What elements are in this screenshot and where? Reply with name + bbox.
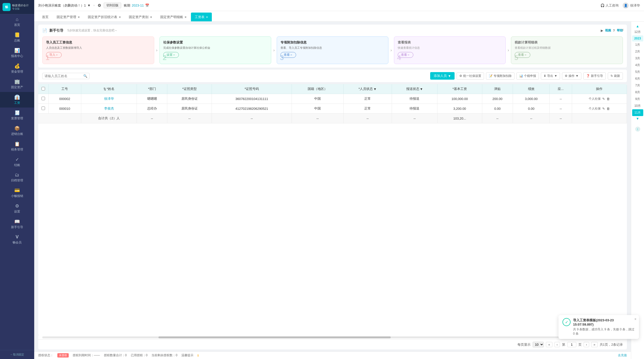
step-4-title: 查看报表: [398, 40, 502, 45]
row1-edit-icon[interactable]: ✎: [602, 97, 605, 101]
guide-header: 📄 新手引导 5步快速完成设置，快去完善信息吧～ ▶ 视频 ? 帮助: [42, 28, 623, 33]
sidebar-item-settings[interactable]: ⚙ 设置: [0, 201, 34, 216]
row1-checkbox[interactable]: [38, 94, 48, 104]
sidebar-item-expense[interactable]: 💳 小畅报销: [0, 185, 34, 201]
cal-nav-up-btn[interactable]: ▲: [635, 24, 640, 29]
sidebar-item-assets[interactable]: 🏢 固定资产: [0, 76, 34, 92]
inventory-icon: 📦: [14, 126, 20, 131]
sidebar-item-tax[interactable]: 📋 税务管理: [0, 139, 34, 154]
cal-month-aug[interactable]: 8月: [632, 89, 643, 96]
row2-name[interactable]: 李俊杰: [81, 104, 137, 114]
tab-home[interactable]: 首页: [38, 13, 52, 21]
th-status[interactable]: *人员状态 ▼: [343, 84, 392, 94]
prev-page-btn[interactable]: ‹: [554, 342, 560, 347]
search-input[interactable]: [45, 74, 82, 78]
search-icon[interactable]: 🔍: [83, 74, 87, 78]
operate-btn[interactable]: ⚙ 操作 ▼: [562, 72, 581, 80]
page-content: 📄 新手引导 5步快速完成设置，快去完善信息吧～ ▶ 视频 ? 帮助 × 导入员…: [34, 22, 631, 359]
cal-scroll-icon[interactable]: ↕: [635, 127, 640, 132]
export-btn[interactable]: ⬇ 导出 ▼: [541, 72, 560, 80]
cal-nav-down-btn[interactable]: ▼: [635, 116, 640, 121]
step-3-desc: 查看、导入员工专项附加扣除信息: [280, 46, 385, 50]
tab-payroll[interactable]: 工资表 ×: [191, 13, 212, 21]
guide-close-btn[interactable]: ×: [622, 28, 624, 32]
sidebar-item-inventory[interactable]: 📦 进销台账: [0, 123, 34, 139]
sidebar-item-funds[interactable]: 💰 资金管理: [0, 61, 34, 76]
cal-month-jun[interactable]: 6月: [632, 75, 643, 82]
sidebar-item-home[interactable]: ⌂ 首页: [0, 14, 34, 30]
th-name[interactable]: ⇅ *姓名: [81, 84, 137, 94]
tab-assets[interactable]: 固定资产管理 ×: [53, 13, 84, 21]
cal-month-jul[interactable]: 7月: [632, 82, 643, 89]
guide-icon2: 📄: [42, 28, 47, 33]
tab-depreciation[interactable]: 固定资产折旧统计表 ×: [84, 13, 125, 21]
charge-link[interactable]: 去充值: [618, 353, 627, 357]
row2-personal-insurance-link[interactable]: 个人社保: [589, 107, 601, 111]
first-page-btn[interactable]: «: [546, 342, 552, 347]
cal-month-jan[interactable]: 1月: [632, 41, 643, 48]
toast-close-btn[interactable]: ×: [634, 317, 636, 321]
guide-btn[interactable]: ❓ 新手引导: [583, 72, 606, 80]
sidebar-item-ledger[interactable]: 📒 总账: [0, 30, 34, 45]
row2-checkbox[interactable]: [38, 104, 48, 114]
tab-close-assets[interactable]: ×: [78, 15, 80, 19]
row1-delete-icon[interactable]: 🗑: [607, 97, 610, 101]
tab-close-payroll[interactable]: ×: [206, 15, 208, 19]
refresh-btn[interactable]: ↻ 刷新: [608, 72, 623, 80]
sidebar-item-invoices[interactable]: 🧾 发票管理: [0, 108, 34, 123]
social-insurance-btn[interactable]: ⚙ 统一社保设置: [457, 72, 484, 80]
th-report-status[interactable]: 报送状态 ▼: [392, 84, 437, 94]
step-arrow-2: ›: [271, 36, 276, 64]
tax-report-btn[interactable]: 📊 个税申报: [516, 72, 539, 80]
sidebar-item-payroll[interactable]: 👔 工资: [0, 92, 34, 108]
cal-month-feb[interactable]: 2月: [632, 48, 643, 55]
tab-detail[interactable]: 固定资产明细账 ×: [156, 13, 190, 21]
step-5-num: 5: [514, 54, 518, 62]
per-page-select[interactable]: 10 20 50: [533, 342, 544, 347]
cal-month-mar[interactable]: 3月: [632, 55, 643, 62]
service-btn[interactable]: 🎧 人工咨询: [600, 3, 619, 8]
guide-step-5: 税款计算明细表 查看税款计算过程及明细数据 查看＞ 5: [511, 36, 623, 64]
cal-month-sep[interactable]: 9月: [632, 96, 643, 102]
guide-icon: 📖: [14, 219, 20, 224]
th-nationality: 国籍（地区）: [292, 84, 343, 94]
calendar-icon[interactable]: 📅: [145, 4, 149, 7]
cal-month-oct[interactable]: 10月: [632, 102, 643, 109]
tabbar: 首页 固定资产管理 × 固定资产折旧统计表 × 固定资产类别 × 固定资产明细账…: [34, 11, 644, 22]
sidebar-item-reports[interactable]: 📊 报表中心: [0, 45, 34, 61]
row1-personal-insurance-link[interactable]: 个人社保: [589, 97, 601, 101]
cal-month-dec-prev[interactable]: 12月: [632, 29, 643, 35]
sidebar-item-archive[interactable]: 🗂 归档管理: [0, 170, 34, 185]
tab-close-depreciation[interactable]: ×: [119, 15, 121, 19]
next-page-btn[interactable]: ›: [584, 342, 589, 347]
calendar-panel: ▲ 12月 2023 1月 2月 3月 4月 5月 6月 7月 8月 9月 10…: [631, 22, 644, 359]
tab-label-home: 首页: [42, 15, 49, 19]
add-person-btn[interactable]: 添加人员 ▼: [430, 72, 455, 80]
footer-col-idtype: --: [167, 114, 212, 123]
last-page-btn[interactable]: »: [591, 342, 597, 347]
switch-version-btn[interactable]: 切到旧版: [104, 3, 121, 8]
tab-close-category[interactable]: ×: [150, 15, 152, 19]
settings-gear-icon[interactable]: ⚙: [98, 3, 101, 8]
horizontal-scrollbar[interactable]: [38, 335, 627, 339]
cal-month-nov[interactable]: 11月: [632, 109, 643, 116]
guide-video-link[interactable]: 视频: [605, 28, 611, 33]
sidebar-item-close[interactable]: ✓ 结账: [0, 154, 34, 170]
sidebar-item-guide[interactable]: 📖 新手引导: [0, 216, 34, 232]
cal-month-apr[interactable]: 4月: [632, 62, 643, 69]
cal-month-may[interactable]: 5月: [632, 69, 643, 75]
row2-edit-icon[interactable]: ✎: [602, 107, 605, 111]
tab-category[interactable]: 固定资产类别 ×: [125, 13, 156, 21]
select-all-checkbox[interactable]: [42, 87, 45, 90]
sidebar-unpin-btn[interactable]: ←取消固定: [0, 350, 34, 359]
sidebar-item-member[interactable]: V 畅会员: [0, 232, 34, 247]
row2-id-type: 居民身份证: [167, 104, 212, 114]
step-1-title: 导入员工工资信息: [46, 40, 150, 45]
row1-name[interactable]: 徐泽华: [81, 94, 137, 104]
account-selector[interactable]: 刘小艳演示账套（勿删勿动！）1 ▼: [38, 3, 91, 8]
row2-delete-icon[interactable]: 🗑: [607, 107, 610, 111]
page-input[interactable]: [567, 342, 576, 347]
deduction-btn[interactable]: 📝 专项附加扣除: [486, 72, 514, 80]
tab-close-detail[interactable]: ×: [185, 15, 187, 19]
user-info: 👤 徐泽华: [623, 3, 640, 9]
